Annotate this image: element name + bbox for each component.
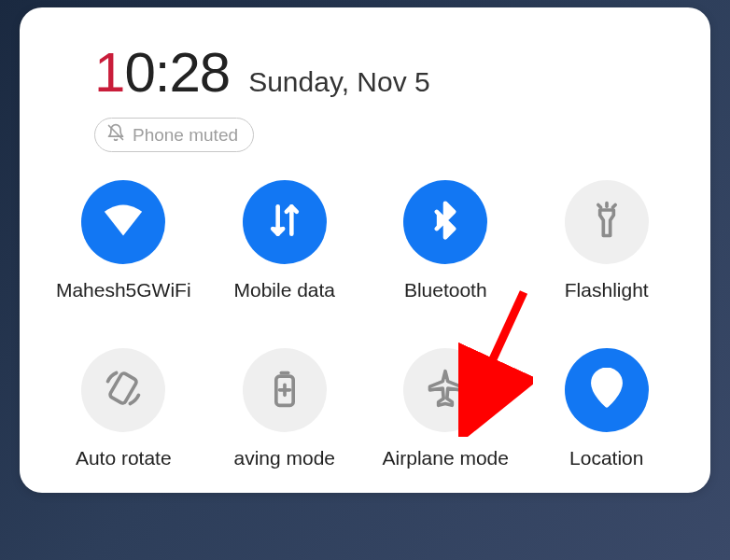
battery-plus-icon xyxy=(264,368,305,413)
tile-airplane-circle xyxy=(403,348,487,432)
airplane-icon xyxy=(425,368,466,413)
tile-wifi-label: Mahesh5GWiFi xyxy=(56,279,191,301)
bell-off-icon xyxy=(106,123,125,147)
tile-airplane[interactable]: Airplane mode xyxy=(370,348,522,469)
tile-flashlight-circle xyxy=(565,180,649,264)
svg-rect-6 xyxy=(109,372,138,405)
tile-bluetooth-circle xyxy=(403,180,487,264)
status-row: Phone muted xyxy=(48,118,682,152)
tile-mobiledata-label: Mobile data xyxy=(233,279,335,301)
data-arrows-icon xyxy=(264,200,305,245)
phone-muted-chip[interactable]: Phone muted xyxy=(94,118,254,152)
bluetooth-icon xyxy=(425,200,466,245)
tile-mobiledata[interactable]: Mobile data xyxy=(209,180,361,301)
svg-line-5 xyxy=(612,205,615,208)
tile-flashlight-label: Flashlight xyxy=(565,279,649,301)
phone-muted-label: Phone muted xyxy=(133,125,238,146)
tile-autorotate[interactable]: Auto rotate xyxy=(48,348,200,469)
tile-savingmode-label: aving mode xyxy=(233,447,335,469)
tile-autorotate-circle xyxy=(81,348,165,432)
tile-location[interactable]: Location xyxy=(531,348,683,469)
tile-wifi-circle xyxy=(81,180,165,264)
tile-savingmode-circle xyxy=(243,348,327,432)
location-pin-icon xyxy=(586,368,627,413)
quick-settings-panel: 10:28 Sunday, Nov 5 Phone muted Mahesh5G… xyxy=(20,7,710,493)
header: 10:28 Sunday, Nov 5 xyxy=(48,40,682,105)
flashlight-icon xyxy=(586,200,627,245)
tile-autorotate-label: Auto rotate xyxy=(76,447,172,469)
tile-mobiledata-circle xyxy=(243,180,327,264)
tile-airplane-label: Airplane mode xyxy=(383,447,509,469)
clock-date: Sunday, Nov 5 xyxy=(248,66,430,98)
clock-rest: 0:28 xyxy=(124,41,230,104)
tile-flashlight[interactable]: Flashlight xyxy=(531,180,683,301)
tile-wifi[interactable]: Mahesh5GWiFi xyxy=(48,180,200,301)
tile-location-circle xyxy=(565,348,649,432)
tile-savingmode[interactable]: aving mode xyxy=(209,348,361,469)
wifi-icon xyxy=(103,200,144,245)
clock-first-digit: 1 xyxy=(94,41,124,104)
rotate-icon xyxy=(103,368,144,413)
svg-line-4 xyxy=(598,205,601,208)
tile-location-label: Location xyxy=(569,447,643,469)
svg-point-11 xyxy=(601,378,611,388)
tile-bluetooth[interactable]: Bluetooth xyxy=(370,180,522,301)
tile-bluetooth-label: Bluetooth xyxy=(404,279,487,301)
clock-time: 10:28 xyxy=(94,40,230,105)
toggle-grid: Mahesh5GWiFi Mobile data xyxy=(48,180,682,469)
